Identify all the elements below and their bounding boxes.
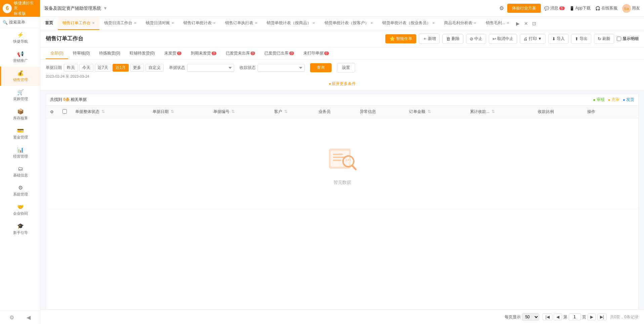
date-btn-1month[interactable]: 近1月 [113,64,129,72]
sub-tab-delivered-not-out[interactable]: 已发货未出库0 [221,47,260,59]
show-detail-checkbox[interactable] [617,37,621,41]
tab-sales-summary-product[interactable]: 销货单统计表（按商品） ✕ [262,17,320,30]
topbar-gear-icon[interactable]: ⚙ [499,5,504,11]
date-btn-more[interactable]: 更多 [130,64,144,72]
settings-icon[interactable]: ⚙ [9,314,14,321]
sub-tab-overdue-deliver[interactable]: 到期未发货0 [186,47,221,59]
table-head: ⚙ 单据整体状态 ⇅ 单据日期 ⇅ [46,106,638,118]
tab-close-product[interactable]: ✕ [312,21,315,25]
base-info-icon: 🗂 [18,166,23,172]
tab-close-cash-reconcile[interactable]: ✕ [171,21,174,25]
sub-tab-all[interactable]: 全部(0) [46,47,68,59]
refresh-icon: ↻ [598,36,601,41]
sidebar-item-finance[interactable]: 💳 资金管理 [0,124,40,143]
tab-sales-summary-customer[interactable]: 销货单统计表（按客户） ✕ [320,17,378,30]
sort-status-icon[interactable]: ⇅ [101,109,105,114]
topbar-actions: 💬 消息 5 📱 App下载 🎧 在线客服 Ea 用友 [544,4,640,13]
tab-sales-exec[interactable]: 销售订单执行表 ✕ [220,17,262,30]
page-next-button[interactable]: ▶ [588,314,596,320]
stop-button[interactable]: ⊘ 中止 [466,34,486,44]
sort-number-icon[interactable]: ⇅ [231,109,235,114]
sub-tab-wangpu-deliver[interactable]: 旺铺待发货(0) [125,47,160,59]
sidebar-item-system[interactable]: ⚙ 系统管理 [0,181,40,200]
sidebar-item-operation[interactable]: 📊 经营管理 [0,143,40,162]
sidebar-item-purchase[interactable]: 🛒 采购管理 [0,86,40,105]
tab-cash-reconcile[interactable]: 钱货日清对账 ✕ [141,17,179,30]
delete-button[interactable]: 🗑 删除 [442,34,463,44]
cancel-stop-button[interactable]: ↩ 取消中止 [489,34,517,44]
sort-amount-icon[interactable]: ⇅ [428,109,431,114]
tabs-nav-right[interactable]: ▶ [514,21,522,26]
sub-tab-not-printed[interactable]: 未打印单据0 [299,47,334,59]
date-btn-yesterday[interactable]: 昨天 [64,64,78,72]
sub-tab-pending-audit[interactable]: 待审核(0) [68,47,95,59]
tab-sales-more[interactable]: 销售毛利... ✕ [481,17,514,30]
sidebar-item-sales[interactable]: 💰 销售管理 [0,67,40,86]
tab-close-customer[interactable]: ✕ [370,21,373,25]
page-number-input[interactable] [569,314,581,320]
tab-sales-summary-staff[interactable]: 销货单统计表（按业务员） ✕ [378,17,439,30]
col-date: 单据日期 ⇅ [148,106,209,118]
tab-close-margin[interactable]: ✕ [474,21,476,25]
tab-sales-workbench[interactable]: 销售订单工作台 ✕ [58,17,99,30]
query-button[interactable]: 查询 [310,63,332,72]
tab-close-more[interactable]: ✕ [507,21,509,25]
col-operations: 操作 [583,106,638,118]
collapse-icon[interactable]: ◀ [27,314,31,321]
set-button[interactable]: 设置 [337,63,355,73]
tab-close-sales-workbench[interactable]: ✕ [92,21,95,25]
print-button[interactable]: 🖨 打印 ▼ [520,34,546,44]
tab-cash-daily[interactable]: 钱货日清工作台 ✕ [99,17,141,30]
date-btn-custom[interactable]: 自定义 [145,64,164,72]
tab-close-staff[interactable]: ✕ [432,21,435,25]
page-last-button[interactable]: ▶| [597,314,607,320]
page-size-select[interactable]: 10 20 50 100 [522,313,539,321]
sort-date-icon[interactable]: ⇅ [171,109,174,114]
export-button[interactable]: ⬆ 导出 [571,34,591,44]
add-button[interactable]: ＋ 新增 [419,34,440,44]
tab-close-sales-exec[interactable]: ✕ [255,21,257,25]
sidebar-item-quick-nav[interactable]: ⚡ 快捷导航 [0,28,40,47]
system-title: 装备及固定资产辅助管理系统 ▼ [44,5,496,11]
show-detail-checkbox-label[interactable]: 显示明细 [617,36,639,42]
cancel-audit-button[interactable]: ● 充审 [608,97,619,103]
sidebar-item-marketing[interactable]: 📢 营销推广 [0,47,40,67]
audit-button[interactable]: ● 审核 [593,97,604,103]
message-action[interactable]: 💬 消息 5 [544,5,565,11]
tab-close-cash-daily[interactable]: ✕ [134,21,136,25]
filter-status-select[interactable] [187,64,234,72]
tabs-restore-icon[interactable]: ⊡ [530,21,538,26]
page-prev-button[interactable]: ◀ [554,314,562,320]
deliver-button[interactable]: ● 发货 [623,97,634,103]
smart-create-button[interactable]: ⭐ 智能生单 [385,34,416,43]
sort-customer-icon[interactable]: ⇅ [284,109,288,114]
sub-tab-not-delivered[interactable]: 未发货0 [160,47,186,59]
col-number: 单据编号 ⇅ [209,106,270,118]
column-settings-icon[interactable]: ⚙ [50,110,54,114]
online-service-action[interactable]: 🎧 在线客服 [595,5,617,11]
filter-expand-button[interactable]: ▾ 展开更多条件 [329,81,356,87]
experience-button[interactable]: 体验行业方案 [507,4,541,13]
date-btn-7days[interactable]: 近7天 [95,64,111,72]
filter-payment-select[interactable] [258,64,305,72]
page-first-button[interactable]: |◀ [543,314,552,320]
sidebar-item-inventory[interactable]: 📦 库存核算 [0,105,40,124]
sub-tab-delivered-out[interactable]: 已发货已出库0 [260,47,299,59]
select-all-checkbox[interactable] [62,109,67,114]
tab-sales-stat[interactable]: 销售订单统计表 ✕ [179,17,220,30]
sidebar-item-base-info[interactable]: 🗂 基础信息 [0,162,40,181]
user-action[interactable]: Ea 用友 [622,4,640,13]
sidebar-item-guide[interactable]: 🎓 新手引导 [0,219,40,239]
refresh-button[interactable]: ↻ 刷新 [594,34,614,44]
sidebar-search[interactable]: 🔍 搜索菜单 [0,17,40,28]
tabs-close-all-icon[interactable]: ✕ [522,21,530,26]
sort-accum-icon[interactable]: ⇅ [491,109,495,114]
app-download-action[interactable]: 📱 App下载 [569,5,591,11]
tab-margin[interactable]: 商品毛利分析表 ✕ [439,17,481,30]
tab-home[interactable]: 首页 [40,17,58,30]
sidebar-item-cooperation[interactable]: 🤝 企业协同 [0,200,40,219]
date-btn-today[interactable]: 今天 [79,64,93,72]
tab-close-sales-stat[interactable]: ✕ [213,21,216,25]
import-button[interactable]: ⬇ 导入 [548,34,568,44]
sub-tab-pending-check[interactable]: 待拣验货(0) [94,47,125,59]
